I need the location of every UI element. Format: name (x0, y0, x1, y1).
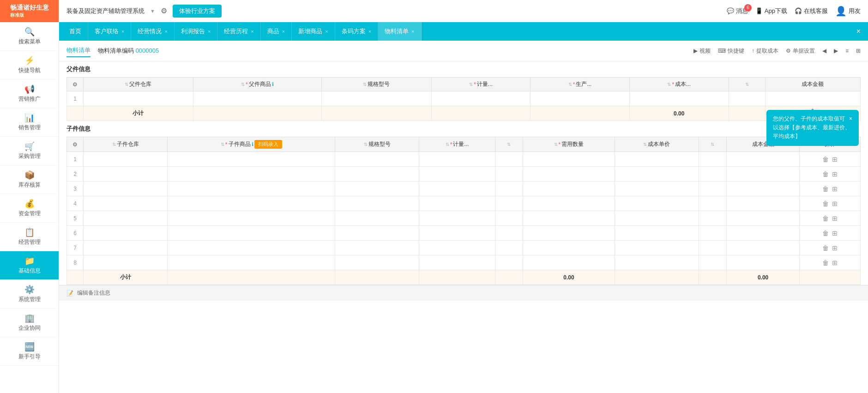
csort-8[interactable]: ⇅ (711, 142, 714, 147)
child-row-5-unit[interactable] (419, 211, 495, 226)
child-row-8-spec[interactable] (335, 255, 419, 270)
child-row-7-unit-cost[interactable] (615, 241, 699, 255)
csort-5[interactable]: ⇅ (507, 142, 511, 147)
note-label[interactable]: 编辑备注信息 (77, 289, 110, 297)
nav-menu[interactable]: ≡ (845, 48, 849, 54)
child-row-4-spec[interactable] (335, 196, 419, 211)
child-row-5-unit-cost[interactable] (615, 211, 699, 226)
child-row-6-warehouse[interactable] (84, 226, 168, 241)
tooltip-close[interactable]: × (849, 115, 852, 123)
online-support-btn[interactable]: 🎧 在线客服 (795, 7, 828, 15)
gear-icon[interactable]: ⚙ (161, 6, 167, 15)
delete-icon[interactable]: 🗑 (822, 215, 829, 222)
child-row-6-unit[interactable] (419, 226, 495, 241)
nav-expand[interactable]: ⊞ (856, 48, 861, 54)
notifications-btn[interactable]: 💬 消息 6 (727, 7, 748, 15)
child-th-settings[interactable]: ⚙ (67, 137, 84, 152)
sort-icon-7[interactable]: ⇅ (745, 82, 749, 87)
csort-6[interactable]: ⇅ (554, 142, 558, 147)
child-row-4-qty[interactable] (523, 196, 615, 211)
sidebar-item-operation[interactable]: 📋 经营管理 (0, 223, 59, 251)
sidebar-item-marketing[interactable]: 📢 营销推广 (0, 79, 59, 108)
sidebar-item-quicknav[interactable]: ⚡ 快捷导航 (0, 51, 59, 79)
child-row-2-extra2[interactable] (699, 167, 727, 181)
action-video[interactable]: ▶ 视频 (693, 47, 711, 55)
action-extract-cost[interactable]: ↑ 提取成本 (752, 47, 778, 55)
sidebar-item-guide[interactable]: 🆕 新手引导 (0, 337, 59, 366)
delete-icon[interactable]: 🗑 (822, 259, 829, 266)
copy-icon[interactable]: ⊞ (832, 185, 838, 193)
child-row-4-extra2[interactable] (699, 196, 727, 211)
child-row-5-extra2[interactable] (699, 211, 727, 226)
scan-btn[interactable]: 扫码录入 (254, 140, 282, 149)
sidebar-item-sales[interactable]: 📊 销售管理 (0, 108, 59, 137)
child-row-1-warehouse[interactable] (84, 152, 168, 167)
sort-icon-5[interactable]: ⇅ (568, 82, 572, 87)
child-row-5-spec[interactable] (335, 211, 419, 226)
sort-icon-3[interactable]: ⇅ (363, 82, 367, 87)
tab-customer-close[interactable]: × (121, 29, 124, 34)
child-row-6-spec[interactable] (335, 226, 419, 241)
parent-th-settings[interactable]: ⚙ (67, 78, 84, 91)
child-row-8-extra[interactable] (495, 255, 523, 270)
copy-icon[interactable]: ⊞ (832, 230, 838, 237)
child-row-3-spec[interactable] (335, 181, 419, 196)
child-row-1-extra[interactable] (495, 152, 523, 167)
sidebar-item-basic[interactable]: 📁 基础信息 (0, 251, 59, 280)
child-row-5-product[interactable] (168, 211, 335, 226)
csort-4[interactable]: ⇅ (446, 142, 449, 147)
child-row-3-warehouse[interactable] (84, 181, 168, 196)
tab-barcode-close[interactable]: × (368, 29, 371, 34)
child-row-3-qty[interactable] (523, 181, 615, 196)
sidebar-item-inventory[interactable]: 📦 库存核算 (0, 165, 59, 194)
sort-icon-2[interactable]: ⇅ (241, 82, 245, 87)
child-row-8-unit-cost[interactable] (615, 255, 699, 270)
child-row-4-unit[interactable] (419, 196, 495, 211)
copy-icon[interactable]: ⊞ (832, 156, 838, 163)
copy-icon[interactable]: ⊞ (832, 200, 838, 207)
child-row-2-warehouse[interactable] (84, 167, 168, 181)
csort-2[interactable]: ⇅ (221, 142, 224, 147)
parent-row-1-cost[interactable] (629, 91, 729, 106)
child-row-3-product[interactable] (168, 181, 335, 196)
parent-row-1-product[interactable] (193, 91, 321, 106)
child-row-6-unit-cost[interactable] (615, 226, 699, 241)
child-row-7-extra[interactable] (495, 241, 523, 255)
tab-home[interactable]: 首页 (63, 22, 88, 41)
tab-addgoods[interactable]: 新增商品 × (292, 22, 335, 41)
child-row-6-extra2[interactable] (699, 226, 727, 241)
sort-icon-4[interactable]: ⇅ (469, 82, 473, 87)
child-row-2-spec[interactable] (335, 167, 419, 181)
parent-row-1-spec[interactable] (321, 91, 431, 106)
child-row-3-unit[interactable] (419, 181, 495, 196)
child-row-4-warehouse[interactable] (84, 196, 168, 211)
child-row-6-product[interactable] (168, 226, 335, 241)
parent-row-1-unit[interactable] (431, 91, 530, 106)
child-row-8-product[interactable] (168, 255, 335, 270)
tab-history-close[interactable]: × (251, 29, 253, 34)
child-row-1-qty[interactable] (523, 152, 615, 167)
sort-icon-6[interactable]: ⇅ (667, 82, 671, 87)
child-row-2-product[interactable] (168, 167, 335, 181)
copy-icon[interactable]: ⊞ (832, 215, 838, 222)
child-row-1-spec[interactable] (335, 152, 419, 167)
child-row-8-warehouse[interactable] (84, 255, 168, 270)
child-row-2-unit-cost[interactable] (615, 167, 699, 181)
sidebar-item-search[interactable]: 🔍 搜索菜单 (0, 22, 59, 51)
child-row-4-unit-cost[interactable] (615, 196, 699, 211)
tab-bom[interactable]: 物料清单 × (378, 22, 421, 41)
sidebar-item-system[interactable]: ⚙️ 系统管理 (0, 280, 59, 308)
tab-profit[interactable]: 利润报告 × (175, 22, 217, 41)
child-row-7-extra2[interactable] (699, 241, 727, 255)
csort-3[interactable]: ⇅ (364, 142, 368, 147)
tab-barcode[interactable]: 条码方案 × (335, 22, 378, 41)
sidebar-item-purchase[interactable]: 🛒 采购管理 (0, 137, 59, 165)
tab-goods[interactable]: 商品 × (261, 22, 292, 41)
child-row-7-spec[interactable] (335, 241, 419, 255)
close-all-tabs[interactable]: × (853, 27, 864, 36)
child-row-2-unit[interactable] (419, 167, 495, 181)
parent-row-1-warehouse[interactable] (84, 91, 193, 106)
tab-bom-close[interactable]: × (411, 29, 414, 34)
system-dropdown-icon[interactable]: ▼ (150, 8, 155, 14)
tab-goods-close[interactable]: × (282, 29, 285, 34)
